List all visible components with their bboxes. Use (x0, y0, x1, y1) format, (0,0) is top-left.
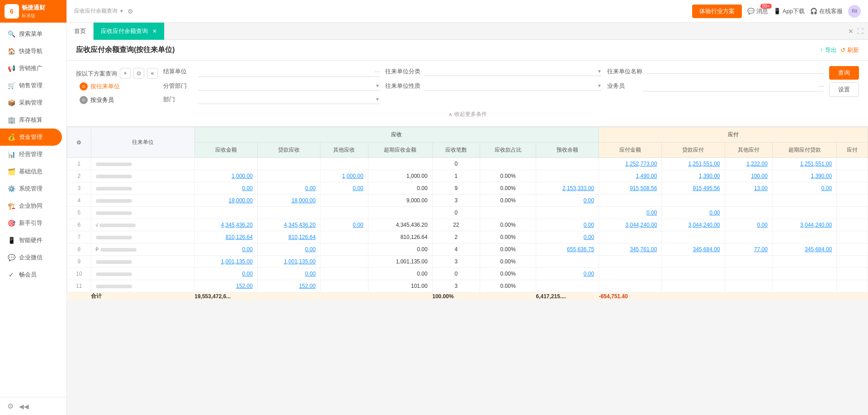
table-cell[interactable] (599, 256, 662, 268)
table-cell[interactable]: 345,761.00 (599, 243, 662, 256)
table-cell[interactable] (536, 170, 599, 182)
table-cell[interactable]: 18,000.00 (194, 195, 257, 207)
table-cell[interactable]: 1,251,551.00 (772, 158, 836, 170)
add-scheme-button[interactable]: + (120, 68, 131, 79)
setting-button[interactable]: 设置 (829, 82, 859, 97)
footer-ar-prepay[interactable]: 6,417,215.... (536, 292, 599, 301)
table-cell[interactable] (321, 256, 368, 268)
table-cell[interactable]: 0.00 (662, 207, 725, 219)
footer-ar-amount[interactable]: 19,553,472,6... (194, 292, 257, 301)
table-cell[interactable]: 1,000.00 (321, 170, 368, 182)
service-button[interactable]: 🎧 在线客服 (810, 7, 843, 15)
sidebar-item-marketing[interactable]: 📢 营销推广 (0, 60, 66, 77)
table-cell[interactable]: 0.00 (725, 219, 772, 231)
table-cell[interactable] (536, 158, 599, 170)
table-cell[interactable]: 1,252,773.00 (599, 158, 662, 170)
table-cell[interactable] (662, 256, 725, 268)
table-cell[interactable]: 0.00 (257, 182, 320, 195)
sidebar-item-finance[interactable]: 💰 资金管理 (0, 129, 62, 146)
table-cell[interactable] (194, 207, 257, 219)
table-cell[interactable]: 1,001,135.00 (257, 256, 320, 268)
unit-name-input[interactable] (646, 70, 824, 74)
table-cell[interactable] (599, 268, 662, 280)
export-button[interactable]: ↑ 导出 (821, 46, 837, 54)
table-cell[interactable] (257, 207, 320, 219)
collapse-sidebar-icon[interactable]: ◀◀ (19, 403, 29, 410)
table-cell[interactable]: 655,636.75 (536, 243, 599, 256)
message-button[interactable]: 💬 消息 99+ (747, 7, 768, 15)
table-cell[interactable] (772, 280, 836, 292)
table-cell[interactable]: 0.00 (321, 219, 368, 231)
table-cell[interactable]: 2,153,333.00 (536, 182, 599, 195)
table-cell[interactable]: 100.00 (725, 170, 772, 182)
sidebar-item-member[interactable]: ✓ 畅会员 (0, 266, 66, 283)
table-cell[interactable] (321, 195, 368, 207)
table-cell[interactable]: 1,390.00 (662, 170, 725, 182)
table-cell[interactable] (662, 280, 725, 292)
user-avatar-area[interactable]: Rit (848, 5, 861, 18)
table-cell[interactable]: 1,001,135.00 (194, 256, 257, 268)
table-cell[interactable]: 0.00 (321, 182, 368, 195)
table-cell[interactable] (599, 195, 662, 207)
table-cell[interactable]: 0.00 (194, 243, 257, 256)
table-cell[interactable]: 0.00 (536, 219, 599, 231)
table-cell[interactable]: 345,684.00 (772, 243, 836, 256)
table-cell[interactable] (321, 231, 368, 243)
dept-input[interactable]: ▼ (198, 81, 380, 91)
sidebar-item-corp[interactable]: 🏗️ 企业协同 (0, 197, 66, 215)
department-input[interactable]: ▼ (198, 95, 380, 104)
table-cell[interactable] (662, 231, 725, 243)
settings-scheme-button[interactable]: ⊙ (133, 68, 144, 79)
table-cell[interactable]: 1,222.00 (725, 158, 772, 170)
table-cell[interactable] (725, 280, 772, 292)
breadcrumb-chevron-icon[interactable]: ▼ (119, 9, 124, 14)
table-cell[interactable]: 0.00 (772, 182, 836, 195)
salesperson-input[interactable]: ··· (642, 81, 824, 91)
table-cell[interactable]: 0.00 (257, 268, 320, 280)
table-cell[interactable]: 915,495.56 (662, 182, 725, 195)
table-cell[interactable] (599, 231, 662, 243)
table-cell[interactable] (257, 170, 320, 182)
table-cell[interactable]: 1,251,551.00 (662, 158, 725, 170)
table-cell[interactable] (194, 158, 257, 170)
settlement-unit-input[interactable]: ··· (198, 66, 380, 77)
app-download-button[interactable]: 📱 App下载 (774, 7, 805, 15)
table-cell[interactable] (599, 280, 662, 292)
table-cell[interactable] (321, 280, 368, 292)
table-cell[interactable]: 77.00 (725, 243, 772, 256)
collapse-more-button[interactable]: ∧ 收起更多条件 (76, 108, 859, 121)
tab-home[interactable]: 首页 (67, 23, 94, 40)
collapse-scheme-button[interactable]: « (147, 68, 158, 79)
promo-button[interactable]: 体验行业方案 (692, 5, 742, 18)
table-cell[interactable] (772, 207, 836, 219)
sidebar-item-hardware[interactable]: 📱 智能硬件 (0, 232, 66, 249)
table-cell[interactable]: 345,684.00 (662, 243, 725, 256)
unit-category-input[interactable]: ▼ (424, 67, 602, 76)
table-cell[interactable]: 4,345,436.20 (257, 219, 320, 231)
table-cell[interactable]: 915,508.56 (599, 182, 662, 195)
table-cell[interactable]: 18,000.00 (257, 195, 320, 207)
table-cell[interactable]: 3,044,240.00 (662, 219, 725, 231)
sidebar-item-quick-nav[interactable]: 🏠 快捷导航 (0, 43, 66, 60)
sidebar-item-inventory[interactable]: 🏢 库存核算 (0, 111, 66, 129)
scheme-by-unit[interactable]: ⊙ 按往来单位 (76, 81, 158, 92)
table-cell[interactable]: 0.00 (257, 243, 320, 256)
table-cell[interactable]: 3,044,240.00 (599, 219, 662, 231)
table-cell[interactable] (772, 195, 836, 207)
table-cell[interactable]: 3,044,240.00 (772, 219, 836, 231)
settings-bottom-icon[interactable]: ⚙ (7, 402, 14, 410)
table-cell[interactable] (725, 231, 772, 243)
sidebar-item-wechat[interactable]: 💬 企业微信 (0, 249, 66, 266)
table-cell[interactable]: 1,390.00 (772, 170, 836, 182)
table-cell[interactable] (772, 268, 836, 280)
table-cell[interactable]: 4,345,436.20 (194, 219, 257, 231)
table-cell[interactable] (725, 268, 772, 280)
table-cell[interactable]: 152.00 (257, 280, 320, 292)
tab-ar-ap[interactable]: 应收应付余额查询 ✕ (94, 23, 165, 40)
table-cell[interactable] (725, 207, 772, 219)
sidebar-item-operations[interactable]: 📊 经营管理 (0, 146, 66, 163)
scheme-by-staff[interactable]: ⊙ 按业务员 (76, 94, 158, 106)
sidebar-item-guide[interactable]: 🎯 新手引导 (0, 215, 66, 232)
sidebar-item-basic[interactable]: 🗂️ 基础信息 (0, 163, 66, 180)
table-cell[interactable]: 152.00 (194, 280, 257, 292)
